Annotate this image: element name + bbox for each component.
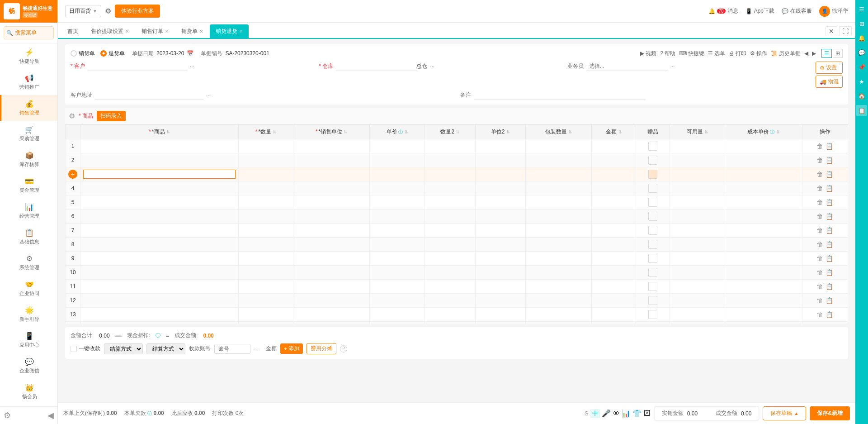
one-click-payment-checkbox[interactable]: 一键收款 <box>71 345 100 353</box>
shortcut-action[interactable]: ⌨ 快捷键 <box>679 50 704 57</box>
cost-price-info-icon[interactable]: ⓘ <box>770 129 774 134</box>
sidebar-item-inventory[interactable]: 📦 库存核算 <box>0 147 57 172</box>
calendar-icon[interactable]: 📅 <box>187 50 193 57</box>
sidebar-item-shortcut[interactable]: ⚡ 快捷导航 <box>0 43 57 69</box>
right-tool-bell[interactable]: 🔔 <box>856 33 867 43</box>
right-tool-message[interactable]: 💬 <box>856 47 867 58</box>
delete-row-4-btn[interactable]: 🗑 <box>816 185 823 192</box>
split-help-icon[interactable]: ? <box>340 345 347 353</box>
salesperson-select-btn[interactable]: ··· <box>670 63 675 70</box>
account-method-select[interactable]: 结算方式 <box>146 343 185 354</box>
delete-row-6-btn[interactable]: 🗑 <box>816 213 823 220</box>
copy-row-13-btn[interactable]: 📋 <box>826 311 833 318</box>
warehouse-select-btn[interactable]: ··· <box>430 63 434 70</box>
online-service-button[interactable]: 💬 在线客服 <box>782 7 812 15</box>
gift-checkbox-1[interactable] <box>648 142 657 151</box>
tab-sales-order[interactable]: 销售订单 ✕ <box>136 24 175 38</box>
collapse-icon[interactable]: ◀ <box>47 410 54 420</box>
add-row-button[interactable]: + <box>68 170 77 179</box>
right-tool-pin[interactable]: 📌 <box>856 62 867 72</box>
sidebar-item-basics[interactable]: 📋 基础信息 <box>0 224 57 250</box>
salesperson-input[interactable] <box>586 62 668 71</box>
search-menu-button[interactable]: 🔍 搜索菜单 <box>4 26 54 39</box>
tab-home[interactable]: 首页 <box>61 24 84 38</box>
delete-row-12-btn[interactable]: 🗑 <box>816 297 823 304</box>
warehouse-input[interactable] <box>336 62 417 71</box>
add-payment-button[interactable]: + 添加 <box>280 343 303 354</box>
radio-sales[interactable]: 销货单 <box>71 50 95 57</box>
sidebar-item-marketing[interactable]: 📢 营销推广 <box>0 69 57 95</box>
nav-prev[interactable]: ◀ <box>804 50 808 57</box>
delete-row-11-btn[interactable]: 🗑 <box>816 283 823 290</box>
sidebar-item-member[interactable]: 👑 畅会员 <box>0 379 57 405</box>
gift-checkbox-10[interactable] <box>648 268 657 277</box>
copy-row-2-btn[interactable]: 📋 <box>826 157 833 164</box>
customer-select-btn[interactable]: ··· <box>190 63 194 70</box>
delete-row-10-btn[interactable]: 🗑 <box>816 269 823 276</box>
copy-row-10-btn[interactable]: 📋 <box>826 269 833 276</box>
quantity2-sort-icon[interactable]: ⇅ <box>456 129 459 134</box>
copy-row-6-btn[interactable]: 📋 <box>826 213 833 220</box>
scan-input-button[interactable]: 扫码录入 <box>97 111 126 121</box>
account-dots-btn[interactable]: ··· <box>254 346 259 352</box>
notifications-button[interactable]: 🔔 70 消息 <box>708 7 738 15</box>
sidebar-item-wechat[interactable]: 💬 企业微信 <box>0 353 57 379</box>
save-draft-button[interactable]: 保存草稿 ▲ <box>763 406 806 420</box>
unit-price-sort-icon[interactable]: ⇅ <box>404 129 408 134</box>
logistics-button[interactable]: 🚚 物流 <box>816 76 843 88</box>
gift-checkbox-3[interactable] <box>648 170 657 179</box>
right-tool-star[interactable]: ★ <box>856 76 867 87</box>
gift-checkbox-13[interactable] <box>648 310 657 319</box>
right-tool-home[interactable]: 🏠 <box>856 91 867 101</box>
module-selector[interactable]: 日用百货 ▼ <box>65 5 101 17</box>
tab-price-settings[interactable]: 售价提取设置 ✕ <box>85 24 135 38</box>
gift-checkbox-4[interactable] <box>648 184 657 193</box>
settings-bottom-icon[interactable]: ⚙ <box>4 410 11 420</box>
settings-icon[interactable]: ⚙ <box>105 7 111 15</box>
operate-action[interactable]: ⚙ 操作 <box>750 50 767 57</box>
close-window-icon[interactable]: ✕ <box>826 26 837 36</box>
amount-sort-icon[interactable]: ⇅ <box>618 129 622 134</box>
single-debt-info[interactable]: ⓘ <box>147 411 152 416</box>
delete-row-2-btn[interactable]: 🗑 <box>816 157 823 164</box>
radio-return[interactable]: 退货单 <box>100 50 125 57</box>
delete-row-9-btn[interactable]: 🗑 <box>816 255 823 262</box>
gift-checkbox-6[interactable] <box>648 212 657 221</box>
expand-window-icon[interactable]: ⛶ <box>839 26 852 36</box>
help-action[interactable]: ? 帮助 <box>660 50 675 57</box>
trial-button[interactable]: 体验行业方案 <box>115 5 160 18</box>
close-sales-return-tab[interactable]: ✕ <box>239 29 243 34</box>
copy-row-12-btn[interactable]: 📋 <box>826 297 833 304</box>
right-tool-list[interactable]: ☰ <box>856 4 867 14</box>
copy-row-8-btn[interactable]: 📋 <box>826 241 833 248</box>
address-select-btn[interactable]: ··· <box>206 92 211 99</box>
gift-checkbox-9[interactable] <box>648 254 657 263</box>
close-sales-delivery-tab[interactable]: ✕ <box>199 29 203 34</box>
sidebar-item-system[interactable]: ⚙ 系统管理 <box>0 250 57 276</box>
gift-checkbox-12[interactable] <box>648 296 657 305</box>
nav-next[interactable]: ▶ <box>812 50 816 57</box>
tab-sales-return[interactable]: 销货退货 ✕ <box>210 24 249 38</box>
table-settings-icon[interactable]: ⚙ <box>69 112 75 120</box>
delete-row-5-btn[interactable]: 🗑 <box>816 199 823 206</box>
delete-row-13-btn[interactable]: 🗑 <box>816 311 823 318</box>
right-tool-grid[interactable]: ⊞ <box>856 18 867 29</box>
sales-unit-sort-icon[interactable]: ⇅ <box>344 129 347 134</box>
copy-row-11-btn[interactable]: 📋 <box>826 283 833 290</box>
delete-row-7-btn[interactable]: 🗑 <box>816 227 823 234</box>
close-sales-order-tab[interactable]: ✕ <box>165 29 169 34</box>
address-input[interactable] <box>95 91 203 100</box>
delete-row-3-btn[interactable]: 🗑 <box>816 171 823 178</box>
cost-price-sort-icon[interactable]: ⇅ <box>776 129 780 134</box>
print-action[interactable]: 🖨 打印 <box>729 50 746 57</box>
sidebar-item-apps[interactable]: 📱 应用中心 <box>0 327 57 353</box>
sidebar-search[interactable]: 🔍 搜索菜单 <box>0 23 57 43</box>
gift-checkbox-8[interactable] <box>648 240 657 249</box>
tab-sales-delivery[interactable]: 销货单 ✕ <box>175 24 209 38</box>
gift-checkbox-2[interactable] <box>648 156 657 165</box>
gift-checkbox-11[interactable] <box>648 282 657 291</box>
sidebar-item-newbie[interactable]: 🌟 新手引导 <box>0 301 57 327</box>
product-sort-icon[interactable]: ⇅ <box>166 129 170 134</box>
gift-checkbox-7[interactable] <box>648 226 657 235</box>
account-input[interactable] <box>214 344 250 354</box>
